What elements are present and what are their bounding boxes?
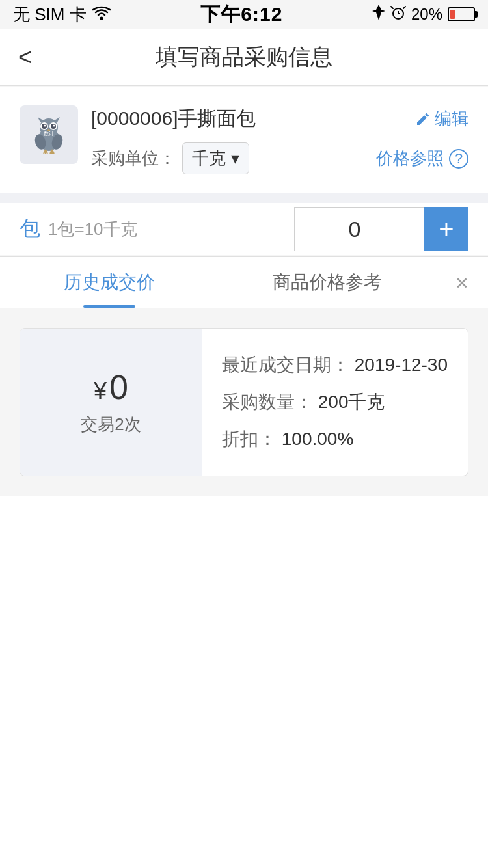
tab-history-price[interactable]: 历史成交价 [0,257,218,308]
svg-point-11 [44,125,46,127]
edit-button[interactable]: 编辑 [415,107,468,130]
product-logo: 数计 [26,112,72,157]
tab-close-button[interactable]: × [436,270,488,295]
product-name: [0000006]手撕面包 [91,105,256,132]
product-info: [0000006]手撕面包 编辑 采购单位： 千克 ▾ [91,105,468,174]
tab-bar: 历史成交价 商品价格参考 × [0,256,488,308]
status-bar: 无 SIM 卡 下午6:12 20 [0,0,488,29]
trade-count: 交易2次 [81,413,141,436]
quantity-plus-button[interactable]: + [424,207,468,251]
wifi-icon [92,5,111,25]
status-left: 无 SIM 卡 [13,3,111,26]
quantity-input[interactable] [294,207,424,251]
product-card: 数计 [0000006]手撕面包 编辑 采购单位： 千克 [0,87,488,193]
status-time: 下午6:12 [200,1,282,28]
bottom-area [0,496,488,868]
battery-percent: 20% [411,5,442,23]
tab-price-reference[interactable]: 商品价格参考 [218,257,436,308]
product-thumbnail: 数计 [20,105,78,164]
battery-icon [448,7,475,21]
history-content: ¥ 0 交易2次 最近成交日期： 2019-12-30 采购数量： 200千克 … [0,308,488,496]
edit-icon [415,111,431,127]
nav-bar: < 填写商品采购信息 [0,29,488,86]
svg-point-0 [100,16,103,20]
trade-card: ¥ 0 交易2次 最近成交日期： 2019-12-30 采购数量： 200千克 … [20,328,468,476]
svg-text:数计: 数计 [44,131,54,137]
price-ref-button[interactable]: 价格参照 ? [376,147,468,170]
back-button[interactable]: < [18,44,32,71]
status-right: 20% [372,5,475,24]
location-icon [372,5,385,24]
alarm-icon [390,5,406,24]
chevron-down-icon: ▾ [231,148,239,169]
page-title: 填写商品采购信息 [156,42,332,72]
purchase-qty-row: 采购数量： 200千克 [222,389,448,414]
quantity-row: 包 1包=10千克 + [0,203,488,255]
trade-summary: ¥ 0 交易2次 [20,329,202,476]
carrier-text: 无 SIM 卡 [13,3,87,26]
unit-bao: 包 [20,215,40,243]
help-icon: ? [449,149,468,169]
svg-point-12 [53,125,55,127]
purchase-unit-label: 采购单位： [91,147,176,170]
trade-details: 最近成交日期： 2019-12-30 采购数量： 200千克 折扣： 100.0… [202,329,468,476]
quantity-control: + [294,207,468,251]
trade-price: ¥ 0 [94,368,128,407]
discount-row: 折扣： 100.00% [222,426,448,452]
unit-conversion: 1包=10千克 [48,218,137,241]
quantity-label: 包 1包=10千克 [20,215,137,243]
unit-select[interactable]: 千克 ▾ [182,142,249,174]
recent-date-row: 最近成交日期： 2019-12-30 [222,352,448,377]
section-divider [0,193,488,203]
